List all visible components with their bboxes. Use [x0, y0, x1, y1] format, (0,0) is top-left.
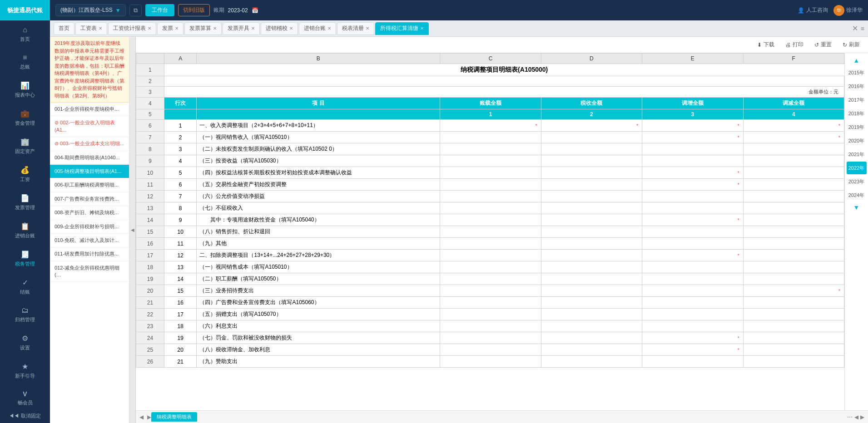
- sidebar-item-new-guide[interactable]: ★ 新手引导: [0, 357, 50, 385]
- data-cell[interactable]: [541, 261, 642, 273]
- data-cell[interactable]: [541, 320, 642, 332]
- close-icon[interactable]: ✕: [420, 26, 424, 31]
- data-cell[interactable]: [642, 143, 743, 155]
- data-cell[interactable]: [541, 297, 642, 309]
- data-cell[interactable]: *: [642, 179, 743, 191]
- data-cell[interactable]: [541, 155, 642, 167]
- data-cell[interactable]: [440, 155, 541, 167]
- download-btn[interactable]: ⬇ 下载: [754, 39, 777, 50]
- data-cell[interactable]: [440, 309, 541, 320]
- data-cell[interactable]: [743, 202, 844, 214]
- sidebar-item-fixed-assets[interactable]: 🏢 固定资产: [0, 132, 50, 160]
- close-icon[interactable]: ✕: [175, 26, 179, 31]
- data-cell[interactable]: *: [642, 344, 743, 356]
- data-cell[interactable]: *: [743, 285, 844, 297]
- data-cell[interactable]: [541, 356, 642, 368]
- data-cell[interactable]: [541, 167, 642, 179]
- year-btn-2021[interactable]: 2021年: [847, 148, 867, 161]
- data-cell[interactable]: [743, 250, 844, 261]
- print-btn[interactable]: 🖨 打印: [783, 39, 806, 50]
- sidebar-item-general-ledger[interactable]: ≡ 总账: [0, 48, 50, 76]
- workbench-btn[interactable]: 工作台: [145, 4, 174, 16]
- data-cell[interactable]: [743, 344, 844, 356]
- data-cell[interactable]: [541, 202, 642, 214]
- data-cell[interactable]: [440, 179, 541, 191]
- data-cell[interactable]: *: [642, 214, 743, 226]
- list-item[interactable]: 010-免税、减计收入及加计...: [50, 234, 129, 247]
- data-cell[interactable]: [642, 285, 743, 297]
- sidebar-item-asset-mgmt[interactable]: 💼 资金管理: [0, 104, 50, 132]
- data-cell[interactable]: [642, 273, 743, 285]
- list-item[interactable]: 012-减免企业所得税优惠明细(…: [50, 261, 129, 282]
- data-cell[interactable]: [440, 132, 541, 143]
- data-cell[interactable]: [541, 226, 642, 238]
- list-item-active[interactable]: 005-纳税调整项目明细表(A1...: [50, 165, 129, 178]
- data-cell[interactable]: [440, 356, 541, 368]
- data-cell[interactable]: [743, 214, 844, 226]
- data-cell[interactable]: [440, 273, 541, 285]
- data-cell[interactable]: [743, 167, 844, 179]
- data-cell[interactable]: [541, 214, 642, 226]
- close-icon[interactable]: ✕: [99, 26, 102, 31]
- year-btn-2017[interactable]: 2017年: [847, 93, 867, 106]
- user-area[interactable]: 华 徐泽华: [833, 5, 863, 16]
- sidebar-item-tax-mgmt[interactable]: 🧾 税务管理: [0, 245, 50, 273]
- data-cell[interactable]: *: [642, 332, 743, 344]
- data-cell[interactable]: [642, 155, 743, 167]
- data-cell[interactable]: [642, 202, 743, 214]
- data-cell[interactable]: [743, 143, 844, 155]
- data-cell[interactable]: [743, 191, 844, 202]
- sidebar-item-invoice-mgmt[interactable]: 📄 发票管理: [0, 188, 50, 216]
- data-cell[interactable]: [440, 320, 541, 332]
- data-cell[interactable]: [743, 332, 844, 344]
- close-icon[interactable]: ✕: [366, 26, 369, 31]
- tab-home[interactable]: 首页: [54, 22, 74, 35]
- close-icon[interactable]: ✕: [148, 26, 151, 31]
- tab-tax-clear[interactable]: 税表清册 ✕: [337, 22, 374, 35]
- data-cell[interactable]: [440, 202, 541, 214]
- scroll-right-icon[interactable]: ▶: [147, 414, 151, 420]
- year-btn-2024[interactable]: 2024年: [847, 189, 867, 202]
- sidebar-item-settings[interactable]: ⚙ 设置: [0, 329, 50, 357]
- tab-input-tax[interactable]: 进销稽校 ✕: [261, 22, 298, 35]
- sidebar-item-member[interactable]: V 畅会员: [0, 385, 50, 409]
- data-cell[interactable]: [642, 309, 743, 320]
- data-cell[interactable]: *: [642, 132, 743, 143]
- sidebar-item-input-ledger[interactable]: 📋 进销台账: [0, 216, 50, 245]
- data-cell[interactable]: [743, 179, 844, 191]
- data-cell[interactable]: [642, 226, 743, 238]
- data-cell[interactable]: [743, 226, 844, 238]
- data-cell[interactable]: [743, 297, 844, 309]
- tab-income-tax[interactable]: 所得税汇算清缴 ✕: [375, 22, 429, 35]
- data-cell[interactable]: [642, 191, 743, 202]
- data-cell[interactable]: *: [642, 167, 743, 179]
- list-item[interactable]: 001-企业所得税年度纳税申...: [50, 103, 129, 116]
- list-item[interactable]: 006-职工薪酬纳税调整明细...: [50, 178, 129, 192]
- year-btn-2018[interactable]: 2018年: [847, 107, 867, 120]
- data-cell[interactable]: *: [541, 120, 642, 132]
- year-btn-2023[interactable]: 2023年: [847, 175, 867, 188]
- data-cell[interactable]: [642, 297, 743, 309]
- list-item[interactable]: 007-广告费和业务宣传费跨...: [50, 192, 129, 206]
- data-cell[interactable]: [440, 143, 541, 155]
- horizontal-scroll-right-icon[interactable]: ▶: [860, 414, 864, 420]
- data-cell[interactable]: [440, 344, 541, 356]
- data-cell[interactable]: [440, 214, 541, 226]
- refresh-btn[interactable]: ↻ 刷新: [840, 39, 863, 50]
- data-cell[interactable]: *: [743, 132, 844, 143]
- calendar-icon[interactable]: 📅: [252, 7, 258, 14]
- list-item[interactable]: ⊘ 003-一般企业成本支出明细...: [50, 137, 129, 151]
- data-cell[interactable]: [541, 309, 642, 320]
- data-cell[interactable]: [541, 250, 642, 261]
- data-cell[interactable]: [541, 191, 642, 202]
- data-cell[interactable]: [743, 238, 844, 250]
- close-icon[interactable]: ✕: [327, 26, 331, 31]
- tabbar-close-btn[interactable]: ✕: [852, 24, 858, 33]
- data-cell[interactable]: [440, 332, 541, 344]
- data-cell[interactable]: [440, 167, 541, 179]
- scroll-left-icon[interactable]: ◀: [139, 414, 144, 420]
- copy-btn[interactable]: ⧉: [129, 5, 142, 16]
- data-cell[interactable]: [541, 285, 642, 297]
- year-nav-down[interactable]: ▼: [852, 202, 862, 213]
- year-btn-2022[interactable]: 2022年: [847, 162, 867, 174]
